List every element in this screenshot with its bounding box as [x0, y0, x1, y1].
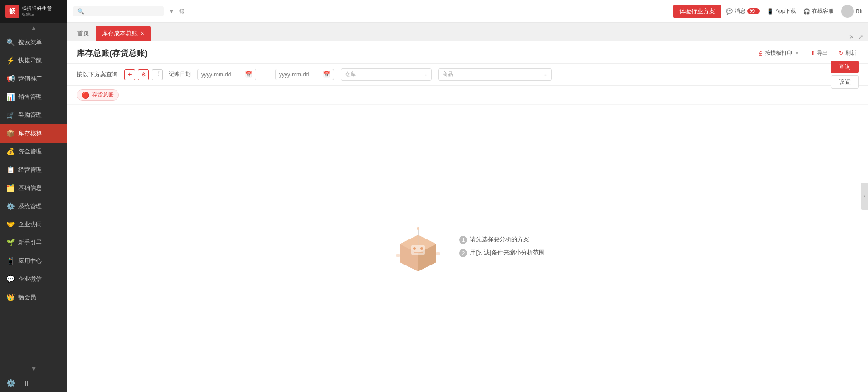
goods-select[interactable]: 商品 ··· — [438, 68, 552, 81]
svg-rect-5 — [411, 245, 425, 255]
empty-hint-1: 1 请先选择要分析的方案 — [459, 235, 544, 244]
date-range-dash: — — [263, 71, 269, 78]
goods-more-icon: ··· — [543, 71, 548, 78]
empty-hint-container: 1 请先选择要分析的方案 2 用[过滤]条件来缩小分析范围 — [459, 235, 544, 262]
online-service-button[interactable]: 🎧 在线客服 — [803, 7, 834, 15]
sidebar-item-label: 销售管理 — [18, 93, 42, 101]
empty-inner: 1 请先选择要分析的方案 2 用[过滤]条件来缩小分析范围 — [391, 221, 544, 276]
right-panel-collapse-btn[interactable]: › — [861, 183, 868, 210]
sidebar-item-label: 应用中心 — [18, 257, 42, 265]
operations-icon: 📋 — [6, 166, 15, 174]
sidebar-item-search[interactable]: 🔍 搜索菜单 — [0, 33, 67, 51]
date-start-input-group: 📅 — [197, 69, 256, 80]
date-end-input[interactable] — [279, 71, 320, 78]
tab-expand-icon[interactable]: ⤢ — [858, 33, 863, 41]
sidebar-item-guide[interactable]: 🌱 新手引导 — [0, 234, 67, 252]
sidebar-item-basic-info[interactable]: 🗂️ 基础信息 — [0, 179, 67, 197]
main-area: 🔍 ▼ ⚙ 体验行业方案 💬 消息 99+ 📱 App下载 🎧 在线客服 Rit — [67, 0, 868, 392]
sidebar-item-inventory[interactable]: 📦 库存核算 — [0, 124, 67, 143]
sidebar-item-enterprise[interactable]: 🤝 企业协同 — [0, 215, 67, 234]
query-button[interactable]: 查询 — [831, 61, 859, 73]
collapse-icon[interactable]: ⏸ — [23, 379, 30, 387]
topbar-search-bar[interactable]: 🔍 — [73, 6, 164, 16]
tab-close-all-icon[interactable]: ✕ — [849, 33, 854, 41]
app-download-label: App下载 — [776, 7, 796, 15]
capital-icon: 💰 — [6, 148, 15, 156]
tab-home-label: 首页 — [77, 29, 89, 37]
sidebar: 畅 畅捷通好生意 标准版 ▲ 🔍 搜索菜单 ⚡ 快捷导航 📢 营销推广 📊 销售… — [0, 0, 67, 392]
app-download-button[interactable]: 📱 App下载 — [767, 7, 796, 15]
sidebar-item-member[interactable]: 👑 畅会员 — [0, 288, 67, 306]
search-menu-icon: 🔍 — [6, 38, 15, 46]
filter-buttons: 查询 设置 — [831, 61, 859, 89]
user-avatar-button[interactable]: Rit — [841, 5, 863, 18]
message-badge: 99+ — [747, 8, 760, 14]
tab-inventory-ledger[interactable]: 库存成本总账 ✕ — [96, 26, 151, 41]
step-2-icon: 2 — [459, 249, 467, 257]
wechat-icon: 💬 — [6, 275, 15, 283]
date-end-input-group: 📅 — [275, 69, 334, 80]
warehouse-select[interactable]: 仓库 ··· — [341, 68, 432, 81]
topbar-right-actions: 💬 消息 99+ 📱 App下载 🎧 在线客服 Rit — [726, 5, 863, 18]
sidebar-item-sales[interactable]: 📊 销售管理 — [0, 88, 67, 106]
industry-solution-button[interactable]: 体验行业方案 — [673, 5, 721, 18]
sidebar-item-wechat[interactable]: 💬 企业微信 — [0, 270, 67, 288]
message-button[interactable]: 💬 消息 99+ — [726, 7, 760, 15]
collapse-filter-button[interactable]: 《 — [152, 69, 163, 80]
sidebar-item-label: 基础信息 — [18, 184, 42, 192]
scheme-tag[interactable]: 🔴 存货总账 — [77, 89, 119, 101]
guide-icon: 🌱 — [6, 239, 15, 247]
basic-info-icon: 🗂️ — [6, 184, 15, 192]
sidebar-item-label: 系统管理 — [18, 202, 42, 210]
gear-settings-icon[interactable]: ⚙ — [179, 7, 185, 15]
sidebar-item-label: 畅会员 — [18, 293, 36, 301]
sidebar-item-label: 库存核算 — [18, 129, 42, 137]
sidebar-item-label: 企业协同 — [18, 220, 42, 229]
empty-hint-2: 2 用[过滤]条件来缩小分析范围 — [459, 249, 544, 257]
settings-icon[interactable]: ⚙️ — [6, 379, 15, 387]
sidebar-item-label: 新手引导 — [18, 239, 42, 247]
filter-settings-button[interactable]: ⚙ — [138, 69, 149, 80]
system-icon: ⚙️ — [6, 202, 15, 210]
svg-point-7 — [420, 247, 423, 250]
export-label: 导出 — [817, 49, 828, 57]
dropdown-arrow-icon[interactable]: ▼ — [168, 8, 174, 15]
message-icon: 💬 — [726, 8, 733, 15]
sidebar-item-purchase[interactable]: 🛒 采购管理 — [0, 106, 67, 124]
add-filter-button[interactable]: + — [124, 69, 135, 80]
sidebar-item-label: 快捷导航 — [18, 56, 42, 65]
calendar-start-icon[interactable]: 📅 — [245, 71, 252, 78]
settings-button[interactable]: 设置 — [831, 75, 859, 89]
export-icon: ⬆ — [811, 50, 815, 56]
sidebar-item-app-center[interactable]: 📱 应用中心 — [0, 252, 67, 270]
date-start-input[interactable] — [201, 71, 242, 78]
search-icon: 🔍 — [77, 8, 84, 15]
sidebar-item-quick-nav[interactable]: ⚡ 快捷导航 — [0, 51, 67, 70]
tab-close-icon[interactable]: ✕ — [140, 31, 144, 36]
print-template-button[interactable]: 🖨 按模板打印 ▼ — [755, 47, 802, 59]
sidebar-scroll-down[interactable]: ▼ — [0, 363, 67, 374]
export-button[interactable]: ⬆ 导出 — [808, 47, 831, 59]
refresh-button[interactable]: ↻ 刷新 — [836, 47, 859, 59]
sales-icon: 📊 — [6, 93, 15, 101]
sidebar-item-system[interactable]: ⚙️ 系统管理 — [0, 197, 67, 215]
sidebar-item-label: 资金管理 — [18, 148, 42, 156]
refresh-icon: ↻ — [839, 50, 843, 56]
svg-point-10 — [417, 227, 419, 230]
tab-inventory-ledger-label: 库存成本总账 — [102, 29, 138, 37]
phone-icon: 📱 — [767, 8, 774, 15]
warehouse-more-icon: ··· — [423, 71, 428, 78]
hint-2-text: 用[过滤]条件来缩小分析范围 — [470, 249, 544, 257]
sidebar-item-label: 营销推广 — [18, 75, 42, 83]
app-edition: 标准版 — [22, 12, 52, 18]
sidebar-menu: 🔍 搜索菜单 ⚡ 快捷导航 📢 营销推广 📊 销售管理 🛒 采购管理 📦 库存核… — [0, 33, 67, 363]
svg-rect-8 — [414, 252, 423, 253]
sidebar-scroll-up[interactable]: ▲ — [0, 23, 67, 33]
sidebar-item-marketing[interactable]: 📢 营销推广 — [0, 70, 67, 88]
tab-home[interactable]: 首页 — [71, 26, 96, 41]
step-1-icon: 1 — [459, 236, 467, 244]
sidebar-item-capital[interactable]: 💰 资金管理 — [0, 143, 67, 161]
enterprise-icon: 🤝 — [6, 220, 15, 229]
sidebar-item-operations[interactable]: 📋 经营管理 — [0, 161, 67, 179]
calendar-end-icon[interactable]: 📅 — [323, 71, 330, 78]
